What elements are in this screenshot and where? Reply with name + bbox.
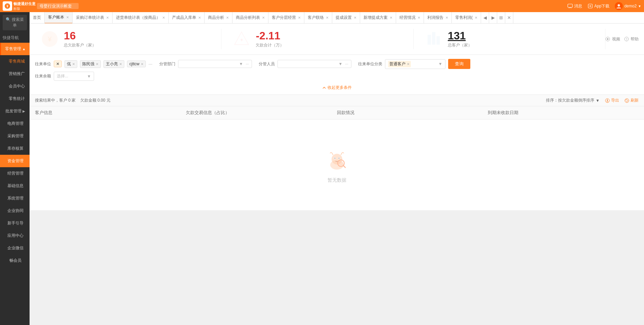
query-button[interactable]: 查询 [448, 59, 470, 69]
tab-close-product-analysis[interactable]: ✕ [226, 16, 229, 20]
refresh-icon [625, 98, 629, 103]
tab-close-purchase-order[interactable]: ✕ [106, 16, 109, 20]
svg-text:¥: ¥ [47, 35, 52, 43]
refresh-button[interactable]: 刷新 [625, 98, 639, 103]
tab-new-raise-plan[interactable]: 新增提成方案 ✕ [360, 12, 396, 24]
tab-product-analysis[interactable]: 商品分析 ✕ [205, 12, 232, 24]
tab-close-customer-contact[interactable]: ✕ [326, 16, 329, 20]
sidebar-item-ecommerce[interactable]: 电商管理 [0, 117, 30, 130]
remain-selector[interactable]: 选择... ▼ [54, 72, 94, 81]
sidebar-item-wechat[interactable]: 企业微信 [0, 242, 30, 254]
total-customers-label: 总客户（家） [448, 42, 472, 48]
sidebar-item-retail-manage[interactable]: 零售管理 ▲ [0, 43, 30, 55]
sidebar-item-retail-stats[interactable]: 零售统计 [0, 93, 30, 105]
summary-section: ¥ 16 总欠款客户（家） [30, 24, 644, 55]
sidebar-item-marketing[interactable]: 营销推广 [0, 68, 30, 80]
quick-nav-button[interactable]: 快捷导航 [0, 33, 30, 43]
tab-close-profit-report[interactable]: ✕ [445, 16, 448, 20]
tab-close-retail-profit[interactable]: ✕ [475, 16, 477, 20]
message-button[interactable]: 消息 [567, 3, 582, 9]
svg-marker-12 [607, 38, 609, 40]
empty-text: 暂无数据 [328, 177, 346, 183]
result-actions: 排序：按欠款金额倒序排序 ▼ 导出 [546, 98, 639, 103]
sidebar-item-member[interactable]: 会员中心 [0, 80, 30, 93]
tab-close-customer-segment[interactable]: ✕ [298, 16, 301, 20]
filter-row-main: 往来单位 ✕ 佤 ✕ 陈民强 ✕ [35, 59, 639, 69]
logo-area: ¥ 畅捷通好生意 标版 [3, 1, 36, 11]
more-units-button[interactable]: ··· [148, 61, 153, 67]
sidebar-item-inventory[interactable]: 库存核算 [0, 142, 30, 155]
logo-icon: ¥ [3, 1, 12, 11]
sidebar-item-enterprise[interactable]: 企业协同 [0, 205, 30, 217]
tab-nav-prev[interactable]: ◀ [481, 12, 489, 24]
tab-nav-close-all[interactable]: ✕ [505, 12, 513, 24]
tab-product-analysis-list[interactable]: 商品分析列表 ✕ [232, 12, 268, 24]
result-info: 搜索结果中，客户 0 家 欠款金额 0.00 元 [35, 98, 111, 103]
sidebar-item-vip[interactable]: 畅会员 [0, 254, 30, 267]
tab-customer-account[interactable]: 客户账本 ✕ [45, 12, 73, 24]
col-header-debt: 欠款交易信息（占比） [186, 110, 337, 116]
remove-category[interactable]: ✕ [407, 62, 410, 66]
summary-card-debt-amount: ✦ -2.11 欠款合计（万） [221, 29, 413, 49]
sidebar-item-operations[interactable]: 经营管理 [0, 167, 30, 180]
sidebar-item-purchase[interactable]: 采购管理 [0, 130, 30, 142]
tab-profit-report[interactable]: 利润报告 ✕ [424, 12, 452, 24]
sidebar-item-retail-mall[interactable]: 零售商城 [0, 55, 30, 68]
dept-label: 分管部门 [159, 61, 175, 67]
tab-close-purchase-stats[interactable]: ✕ [162, 16, 165, 20]
collapse-row: 收起更多条件 [35, 83, 639, 91]
logo-text: 畅捷通好生意 标版 [13, 1, 36, 11]
tab-home[interactable]: 首页 [30, 12, 45, 24]
category-selector[interactable]: 普通客户 ✕ ▼ [385, 59, 445, 69]
export-icon [605, 98, 610, 103]
tab-customer-segment[interactable]: 客户分层经营 ✕ [268, 12, 304, 24]
app-download-button[interactable]: App下载 [588, 3, 609, 9]
filter-section: 往来单位 ✕ 佤 ✕ 陈民强 ✕ [30, 55, 644, 95]
tab-raise-settings[interactable]: 提成设置 ✕ [332, 12, 360, 24]
collapse-button[interactable]: 收起更多条件 [322, 85, 352, 91]
tab-retail-profit[interactable]: 零售利润( ✕ [452, 12, 481, 24]
svg-point-4 [618, 4, 620, 7]
tab-nav-next[interactable]: ▶ [489, 12, 497, 24]
svg-text:✦: ✦ [240, 37, 244, 43]
tab-close-operations-status[interactable]: ✕ [418, 16, 420, 20]
debt-amount-label: 欠款合计（万） [256, 42, 284, 48]
sort-selector[interactable]: 排序：按欠款金额倒序排序 ▼ [546, 98, 600, 103]
sidebar-item-app-center[interactable]: 应用中心 [0, 229, 30, 242]
sidebar-item-new-guide[interactable]: 新手引导 [0, 217, 30, 229]
export-button[interactable]: 导出 [605, 98, 619, 103]
tab-nav-more[interactable]: ⊞ [497, 12, 505, 24]
remove-unit-3[interactable]: ✕ [119, 62, 122, 66]
help-link[interactable]: ? 帮助 [624, 36, 639, 42]
remove-unit-4[interactable]: ✕ [141, 62, 143, 66]
staff-selector[interactable]: ▼ ··· [277, 60, 351, 68]
tab-close-customer-account[interactable]: ✕ [66, 15, 69, 19]
tab-close-production[interactable]: ✕ [198, 16, 201, 20]
sidebar-item-wholesale[interactable]: 批发管理 ▶ [0, 105, 30, 117]
tab-close-product-analysis-list[interactable]: ✕ [262, 16, 265, 20]
svg-rect-2 [568, 4, 572, 7]
tab-production-inbound[interactable]: 产成品入库单 ✕ [169, 12, 205, 24]
sidebar-item-finance[interactable]: 资金管理 [0, 155, 30, 167]
tab-close-new-raise-plan[interactable]: ✕ [390, 16, 392, 20]
search-menu-button[interactable]: 🔍 搜索菜单 [3, 15, 27, 30]
tab-purchase-order-stats[interactable]: 采购订单统计表 ✕ [73, 12, 113, 24]
dept-selector[interactable]: ▼ ··· [178, 60, 252, 68]
video-link[interactable]: 视频 [605, 36, 620, 42]
tab-close-raise-settings[interactable]: ✕ [354, 16, 356, 20]
tab-customer-contact[interactable]: 客户联络 ✕ [304, 12, 332, 24]
sidebar-item-system[interactable]: 系统管理 [0, 192, 30, 205]
total-customers-value: 131 [448, 30, 472, 41]
tab-purchase-stats-by-product[interactable]: 进货单统计表（按商品） ✕ [113, 12, 169, 24]
category-tag: 普通客户 ✕ [388, 61, 411, 67]
debt-customers-value: 16 [64, 30, 96, 41]
sidebar-item-basic-info[interactable]: 基础信息 [0, 180, 30, 192]
user-menu[interactable]: demo2 ▼ [615, 2, 641, 10]
message-icon [567, 3, 573, 9]
demo-selector[interactable]: 母婴行业演示帐套 [37, 3, 79, 9]
remove-unit-2[interactable]: ✕ [96, 62, 98, 66]
debt-customers-icon: ¥ [40, 29, 60, 49]
filter-tag-unit-4: cjttcw ✕ [127, 61, 146, 67]
remove-unit-1[interactable]: ✕ [72, 62, 75, 66]
tab-operations-status[interactable]: 经营情况 ✕ [396, 12, 424, 24]
